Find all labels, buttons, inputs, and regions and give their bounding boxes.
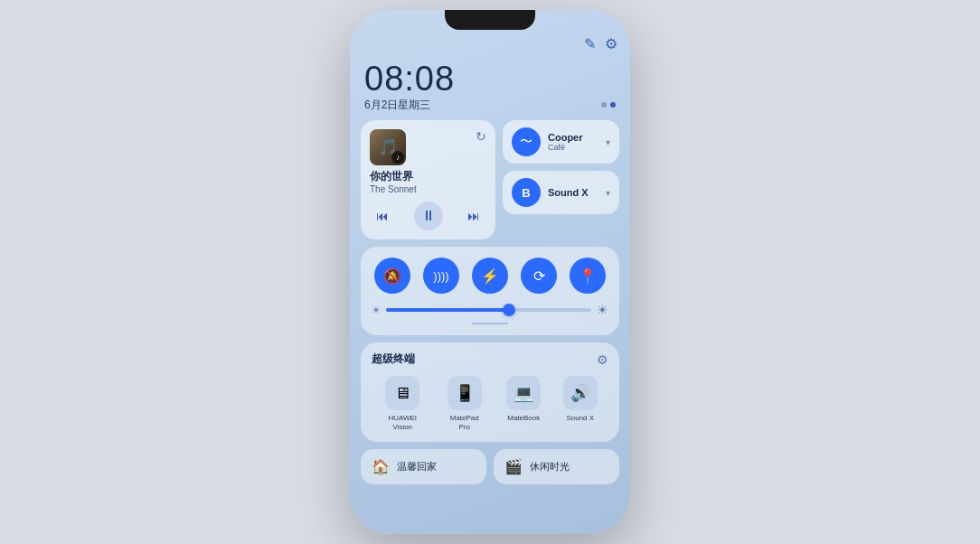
right-widgets: 〜 Cooper Café ▾ B Sound X ▾	[503, 120, 619, 239]
silent-icon: 🔕	[383, 267, 401, 285]
wireless-toggle[interactable]: ))))	[423, 258, 459, 294]
bluetooth-widget[interactable]: B Sound X ▾	[503, 171, 619, 214]
device-icon-soundx: 🔊	[563, 376, 598, 410]
device-name-matebook: MateBook	[507, 414, 540, 423]
bluetooth-text: Sound X	[548, 187, 598, 198]
wifi-text: Cooper Café	[548, 132, 598, 152]
bluetooth-icon-circle: B	[512, 178, 541, 207]
device-icon-matebook: 💻	[506, 376, 541, 410]
flashlight-icon: ⚡	[481, 267, 499, 285]
brightness-high-icon: ☀	[597, 303, 608, 317]
brightness-low-icon: ☀	[372, 305, 381, 316]
music-info: 你的世界 The Sonnet	[370, 169, 486, 194]
device-name-soundx: Sound X	[566, 414, 594, 423]
brightness-slider-thumb[interactable]	[503, 304, 515, 316]
wifi-sublabel: Café	[548, 143, 598, 152]
super-terminal-section: 超级终端 ⚙ 🖥 HUAWEI Vision 📱 MatePad Pro 💻 M…	[361, 342, 619, 442]
wireless-icon: ))))	[433, 269, 448, 283]
song-artist: The Sonnet	[370, 184, 486, 194]
super-terminal-header: 超级终端 ⚙	[372, 352, 608, 367]
device-item-soundx[interactable]: 🔊 Sound X	[563, 376, 598, 433]
device-icon-matepad: 📱	[448, 376, 482, 410]
date-display: 6月2日星期三	[364, 98, 455, 113]
dot-2	[610, 102, 616, 108]
device-icon-vision: 🖥	[385, 376, 419, 410]
volume-bar	[368, 323, 612, 324]
wifi-chevron: ▾	[606, 137, 610, 147]
rotate-toggle[interactable]: ⟳	[521, 258, 557, 294]
play-pause-button[interactable]: ⏸	[414, 202, 443, 230]
phone-frame: ✎ ⚙ 08:08 6月2日星期三 🎵	[350, 10, 630, 534]
shortcut-home[interactable]: 🏠 温馨回家	[361, 449, 486, 484]
refresh-icon[interactable]: ↻	[476, 129, 486, 144]
next-button[interactable]: ⏭	[461, 203, 486, 229]
time-display: 08:08	[364, 61, 455, 96]
brightness-row: ☀ ☀	[368, 303, 612, 317]
device-item-matepad[interactable]: 📱 MatePad Pro	[445, 376, 485, 433]
home-shortcut-label: 温馨回家	[397, 460, 437, 474]
wifi-icon: 〜	[520, 134, 532, 150]
music-controls: ⏮ ⏸ ⏭	[370, 202, 486, 230]
rotate-icon: ⟳	[533, 267, 545, 285]
device-grid: 🖥 HUAWEI Vision 📱 MatePad Pro 💻 MateBook…	[372, 376, 608, 433]
edit-icon[interactable]: ✎	[584, 35, 596, 52]
location-icon: 📍	[579, 267, 597, 285]
top-bar: ✎ ⚙	[350, 30, 630, 54]
device-item-vision[interactable]: 🖥 HUAWEI Vision	[382, 376, 422, 433]
prev-button[interactable]: ⏮	[370, 203, 395, 229]
device-name-matepad: MatePad Pro	[445, 414, 485, 433]
brightness-slider-track[interactable]	[386, 308, 591, 312]
bluetooth-label: Sound X	[548, 187, 598, 198]
bluetooth-icon: B	[522, 186, 530, 200]
shortcut-leisure[interactable]: 🎬 休闲时光	[494, 449, 619, 484]
dot-indicators	[601, 102, 616, 113]
home-shortcut-icon: 🏠	[372, 458, 390, 475]
album-art: 🎵 ♪	[370, 129, 406, 165]
notch	[445, 10, 535, 30]
device-name-vision: HUAWEI Vision	[382, 414, 422, 433]
leisure-shortcut-label: 休闲时光	[530, 460, 570, 474]
volume-line	[472, 323, 508, 324]
time-section: 08:08 6月2日星期三	[361, 54, 619, 115]
song-title: 你的世界	[370, 169, 486, 184]
location-toggle[interactable]: 📍	[570, 258, 606, 294]
toggles-section: 🔕 )))) ⚡ ⟳ 📍 ☀	[361, 247, 619, 335]
super-terminal-title: 超级终端	[372, 352, 415, 367]
settings-icon[interactable]: ⚙	[605, 35, 617, 52]
control-panel: 08:08 6月2日星期三 🎵 ♪ ↻	[350, 54, 630, 488]
silent-toggle[interactable]: 🔕	[374, 258, 410, 294]
wifi-icon-circle: 〜	[512, 127, 541, 156]
dot-1	[601, 102, 607, 108]
device-item-matebook[interactable]: 💻 MateBook	[506, 376, 541, 433]
toggle-buttons: 🔕 )))) ⚡ ⟳ 📍	[368, 258, 612, 294]
bluetooth-chevron: ▾	[606, 188, 610, 198]
leisure-shortcut-icon: 🎬	[504, 458, 523, 475]
widget-row: 🎵 ♪ ↻ 你的世界 The Sonnet ⏮ ⏸ ⏭	[361, 120, 619, 239]
super-terminal-settings-icon[interactable]: ⚙	[597, 352, 608, 367]
wifi-label: Cooper	[548, 132, 598, 143]
music-badge: ♪	[391, 151, 404, 164]
wifi-widget[interactable]: 〜 Cooper Café ▾	[503, 120, 619, 164]
music-widget[interactable]: 🎵 ♪ ↻ 你的世界 The Sonnet ⏮ ⏸ ⏭	[361, 120, 495, 239]
flashlight-toggle[interactable]: ⚡	[472, 258, 508, 294]
brightness-slider-fill	[386, 308, 509, 312]
shortcut-row: 🏠 温馨回家 🎬 休闲时光	[361, 449, 619, 484]
